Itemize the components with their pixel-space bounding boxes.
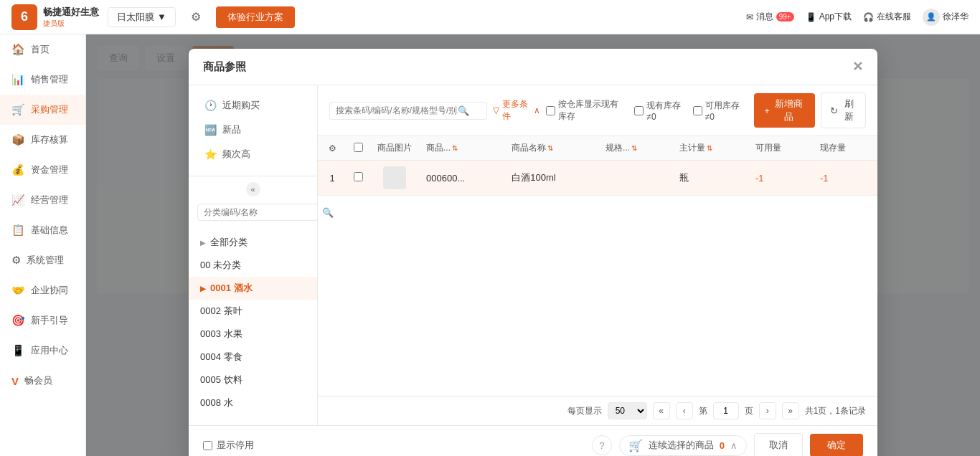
th-unit[interactable]: 主计量⇅ bbox=[672, 136, 748, 161]
select-all-checkbox[interactable] bbox=[354, 143, 363, 152]
app-download-btn[interactable]: 📱 App下载 bbox=[806, 11, 852, 23]
th-name[interactable]: 商品名称⇅ bbox=[504, 136, 598, 161]
first-page-btn[interactable]: « bbox=[653, 402, 670, 419]
sidebar-item-home[interactable]: 🏠 首页 bbox=[0, 34, 85, 65]
quick-tab-recent[interactable]: 🕐 近期购买 bbox=[197, 94, 308, 117]
checkbox-warehouse[interactable] bbox=[546, 106, 555, 115]
sidebar-item-member[interactable]: V 畅会员 bbox=[0, 366, 85, 396]
sidebar-item-guide[interactable]: 🎯 新手引导 bbox=[0, 305, 85, 336]
modal-close-icon[interactable]: ✕ bbox=[852, 59, 863, 75]
category-search-input[interactable] bbox=[197, 204, 318, 221]
product-search-input[interactable] bbox=[336, 105, 458, 115]
cat-item-0002[interactable]: 0002 茶叶 bbox=[189, 300, 317, 323]
checkbox-stock-ne0[interactable] bbox=[634, 106, 644, 115]
th-code[interactable]: 商品...⇅ bbox=[419, 136, 504, 161]
sort-unit-icon: ⇅ bbox=[707, 144, 712, 152]
confirm-btn[interactable]: 确定 bbox=[810, 434, 863, 456]
show-disabled-label[interactable]: 显示停用 bbox=[203, 439, 254, 452]
cart-area: 🛒 连续选择的商品 0 ∧ bbox=[619, 435, 747, 456]
prev-page-btn[interactable]: ‹ bbox=[676, 402, 693, 419]
sidebar-item-basic[interactable]: 📋 基础信息 bbox=[0, 215, 85, 245]
sidebar-item-finance[interactable]: 💰 资金管理 bbox=[0, 155, 85, 185]
cat-item-0004[interactable]: 0004 零食 bbox=[189, 346, 317, 369]
service-icon: 🎧 bbox=[863, 12, 874, 22]
logo-area: 6 畅捷通好生意 捷员版 bbox=[11, 4, 99, 30]
sidebar-item-operations[interactable]: 📈 经营管理 bbox=[0, 185, 85, 215]
th-checkbox[interactable] bbox=[347, 136, 370, 161]
cat-label-all: 全部分类 bbox=[210, 236, 248, 249]
sidebar-label-apps: 应用中心 bbox=[31, 344, 68, 357]
sidebar-label-guide: 新手引导 bbox=[31, 314, 68, 327]
cat-item-0003[interactable]: 0003 水果 bbox=[189, 323, 317, 346]
sidebar-item-system[interactable]: ⚙ 系统管理 bbox=[0, 245, 85, 275]
cell-code: 000600... bbox=[419, 161, 504, 196]
quick-tab-new[interactable]: 🆕 新品 bbox=[197, 118, 308, 141]
finance-icon: 💰 bbox=[11, 163, 25, 176]
message-icon: ✉ bbox=[746, 12, 753, 22]
show-disabled-checkbox[interactable] bbox=[203, 441, 212, 450]
cat-item-00[interactable]: 00 未分类 bbox=[189, 254, 317, 277]
th-available[interactable]: 可用量 bbox=[748, 136, 813, 161]
frequent-icon: ⭐ bbox=[204, 148, 217, 160]
settings-icon[interactable]: ⚙ bbox=[184, 6, 207, 29]
th-stock[interactable]: 现存量 bbox=[813, 136, 877, 161]
sort-name-icon: ⇅ bbox=[547, 144, 553, 152]
table-row[interactable]: 1 000600... 白酒100ml 瓶 bbox=[318, 161, 877, 196]
sidebar-item-enterprise[interactable]: 🤝 企业协同 bbox=[0, 275, 85, 305]
page-text-label: 第 bbox=[699, 405, 707, 417]
sidebar-item-sales[interactable]: 📊 销售管理 bbox=[0, 65, 85, 95]
user-name: 徐泽华 bbox=[943, 11, 969, 23]
cat-arrow-all: ▶ bbox=[200, 239, 206, 247]
cell-check[interactable] bbox=[347, 161, 370, 196]
page-suffix-label: 页 bbox=[745, 405, 753, 417]
next-page-btn[interactable]: › bbox=[759, 402, 776, 419]
show-disabled-text: 显示停用 bbox=[217, 439, 254, 452]
cat-item-0001[interactable]: ▶ 0001 酒水 bbox=[189, 277, 317, 300]
more-filter-btn[interactable]: ▽ 更多条件 ∧ bbox=[493, 98, 540, 123]
checkbox-stock-ne0-text: 现有库存≠0 bbox=[646, 100, 684, 122]
cart-collapse-icon[interactable]: ∧ bbox=[730, 440, 738, 451]
product-thumbnail bbox=[383, 166, 406, 189]
sidebar-item-purchase[interactable]: 🛒 采购管理 bbox=[0, 95, 85, 125]
cat-item-0005[interactable]: 0005 饮料 bbox=[189, 369, 317, 391]
product-search-box[interactable]: 🔍 bbox=[329, 102, 487, 120]
checkbox-avail-ne0[interactable] bbox=[693, 106, 702, 115]
sidebar-item-inventory[interactable]: 📦 库存核算 bbox=[0, 125, 85, 155]
last-page-btn[interactable]: » bbox=[782, 402, 799, 419]
quick-tab-frequent[interactable]: ⭐ 频次高 bbox=[197, 143, 308, 166]
user-btn[interactable]: 👤 徐泽华 bbox=[923, 9, 969, 26]
add-product-btn[interactable]: + 新增商品 bbox=[754, 93, 815, 128]
product-search-icon[interactable]: 🔍 bbox=[458, 105, 469, 116]
service-btn[interactable]: 🎧 在线客服 bbox=[863, 11, 911, 23]
sidebar-label-enterprise: 企业协同 bbox=[31, 284, 68, 297]
th-settings[interactable]: ⚙ bbox=[318, 136, 347, 161]
top-nav: 6 畅捷通好生意 捷员版 日太阳膜 ▼ ⚙ 体验行业方案 ✉ 消息 99+ 📱 … bbox=[0, 0, 980, 34]
collapse-panel-btn[interactable]: « bbox=[246, 182, 260, 196]
quick-tab-new-label: 新品 bbox=[222, 123, 241, 136]
sales-icon: 📊 bbox=[11, 73, 25, 86]
per-page-select[interactable]: 50 100 200 bbox=[608, 402, 647, 419]
row-checkbox[interactable] bbox=[354, 172, 363, 181]
refresh-btn[interactable]: ↻ 刷新 bbox=[821, 92, 866, 128]
trial-btn[interactable]: 体验行业方案 bbox=[216, 6, 295, 28]
checkbox-avail-ne0-label[interactable]: 可用库存≠0 bbox=[693, 100, 743, 122]
messages-btn[interactable]: ✉ 消息 99+ bbox=[746, 11, 794, 23]
checkbox-stock-ne0-label[interactable]: 现有库存≠0 bbox=[634, 100, 684, 122]
cat-item-0008[interactable]: 0008 水 bbox=[189, 391, 317, 414]
cat-item-0010[interactable]: 0010 家电 bbox=[189, 414, 317, 417]
cell-name: 白酒100ml bbox=[504, 161, 598, 196]
page-number-input[interactable] bbox=[713, 402, 739, 419]
modal-body: 🕐 近期购买 🆕 新品 ⭐ 频次高 bbox=[189, 85, 877, 425]
cancel-btn[interactable]: 取消 bbox=[754, 433, 803, 456]
filter-arrow-icon: ∧ bbox=[534, 105, 540, 115]
sidebar-label-home: 首页 bbox=[31, 43, 50, 56]
cat-item-all[interactable]: ▶ 全部分类 bbox=[189, 231, 317, 254]
th-spec[interactable]: 规格...⇅ bbox=[598, 136, 672, 161]
refresh-label: 刷新 bbox=[841, 98, 857, 123]
cell-available: -1 bbox=[748, 161, 813, 196]
help-icon[interactable]: ? bbox=[592, 435, 612, 455]
checkbox-warehouse-label[interactable]: 按仓库显示现有库存 bbox=[546, 98, 626, 123]
sidebar-item-apps[interactable]: 📱 应用中心 bbox=[0, 336, 85, 366]
store-dropdown[interactable]: 日太阳膜 ▼ bbox=[108, 7, 176, 27]
cat-label-0003: 0003 水果 bbox=[200, 328, 242, 341]
